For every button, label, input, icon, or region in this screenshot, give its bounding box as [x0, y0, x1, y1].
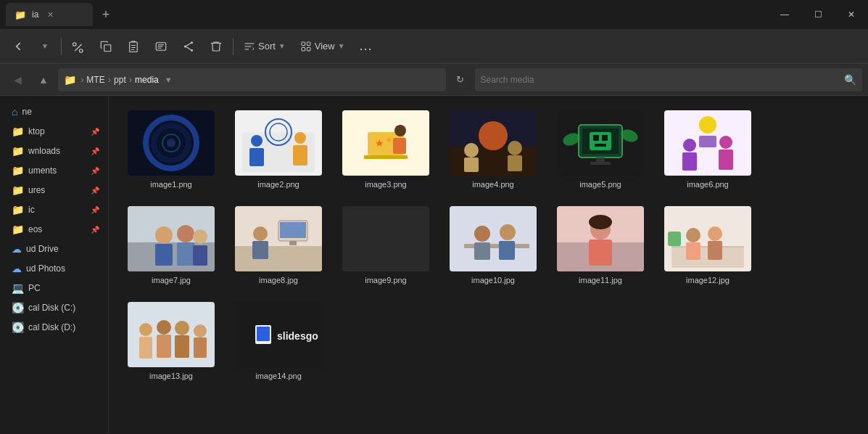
pin-icon: 📌 [91, 128, 99, 136]
view-button[interactable]: View ▼ [294, 33, 351, 60]
file-item[interactable]: image11.jpg [550, 200, 651, 290]
file-item[interactable]: image10.jpg [442, 200, 544, 290]
sidebar-item-cloud-drive[interactable]: ☁ ud Drive [3, 239, 105, 258]
maximize-button[interactable]: ☐ [801, 0, 835, 29]
pin-icon-dl: 📌 [91, 147, 99, 155]
svg-rect-1 [130, 42, 138, 52]
svg-rect-35 [464, 157, 479, 172]
back-nav-button[interactable]: ◀ [6, 68, 29, 91]
svg-point-89 [708, 226, 722, 241]
sidebar-item-this-pc[interactable]: 💻 PC [3, 279, 105, 298]
svg-point-5 [184, 45, 186, 47]
file-item[interactable]: image4.png [442, 105, 544, 195]
paste-button[interactable] [121, 33, 146, 60]
svg-rect-95 [157, 335, 171, 358]
file-item[interactable]: image5.png [550, 105, 651, 195]
search-box[interactable]: 🔍 [475, 68, 863, 91]
svg-rect-93 [139, 337, 152, 359]
sidebar-item-pictures[interactable]: 📁 ures 📌 [3, 181, 105, 200]
svg-rect-32 [450, 147, 537, 176]
svg-text:★: ★ [386, 136, 392, 144]
sidebar-item-drive-d[interactable]: 💽 cal Disk (D:) [3, 318, 105, 337]
file-item[interactable]: image1.png [120, 105, 222, 195]
copy-button[interactable] [94, 33, 118, 60]
svg-point-18 [251, 135, 263, 147]
folder-icon-vids: 📁 [12, 224, 24, 235]
svg-rect-65 [235, 246, 322, 271]
close-button[interactable]: ✕ [835, 0, 868, 29]
cut-button[interactable] [66, 33, 91, 60]
dropdown-button[interactable]: ▼ [33, 33, 57, 60]
search-input[interactable] [481, 75, 840, 85]
more-button[interactable]: ... [354, 33, 379, 60]
sidebar-item-desktop[interactable]: 📁 ktop 📌 [3, 122, 105, 141]
sidebar-item-label-pc: PC [28, 283, 41, 293]
sidebar-item-cloud-photos[interactable]: ☁ ud Photos [3, 259, 105, 278]
svg-point-76 [500, 224, 516, 240]
sidebar-item-drive-c[interactable]: 💽 cal Disk (C:) [3, 298, 105, 317]
sidebar-item-label-desktop: ktop [28, 126, 45, 136]
folder-icon-music: 📁 [12, 204, 24, 216]
svg-rect-54 [719, 150, 733, 170]
file-item[interactable]: image6.png [657, 105, 759, 195]
file-item[interactable]: image9.png [335, 200, 437, 290]
file-item[interactable]: image13.jpg [120, 296, 222, 386]
svg-rect-102 [257, 327, 270, 341]
sidebar-item-label-music: ic [28, 205, 35, 215]
svg-point-51 [683, 139, 696, 152]
file-item[interactable]: image2.png [228, 105, 329, 195]
file-name: image9.png [365, 276, 407, 284]
pin-icon-docs: 📌 [91, 167, 99, 175]
up-nav-button[interactable]: ▲ [32, 68, 55, 91]
breadcrumb-dropdown-icon[interactable]: ▼ [165, 75, 173, 84]
cloud-icon: ☁ [12, 243, 22, 255]
tab-close-button[interactable]: ✕ [44, 9, 57, 21]
minimize-button[interactable]: — [768, 0, 801, 29]
svg-point-60 [177, 225, 194, 242]
svg-point-98 [194, 324, 207, 337]
view-label: View [315, 41, 335, 52]
file-thumbnail: ★ ★ [342, 110, 429, 176]
sidebar-item-label-cloud-photos: ud Photos [26, 263, 65, 274]
refresh-button[interactable]: ↻ [449, 68, 472, 91]
sidebar-item-home[interactable]: ⌂ ne [3, 102, 105, 121]
file-thumbnail [128, 206, 215, 271]
breadcrumb-ppt[interactable]: ppt [114, 75, 126, 85]
sort-chevron-icon: ▼ [278, 42, 286, 50]
file-name: image7.jpg [152, 276, 191, 284]
sidebar-item-documents[interactable]: 📁 uments 📌 [3, 161, 105, 180]
svg-rect-37 [508, 155, 522, 171]
share-button[interactable] [176, 33, 201, 60]
file-item[interactable]: image8.jpg [228, 200, 329, 290]
file-item[interactable]: slidesgo image14.png [228, 296, 329, 386]
sidebar-item-label-videos: eos [28, 224, 42, 234]
current-tab[interactable]: 📁 ia ✕ [6, 3, 93, 26]
file-item[interactable]: image12.jpg [657, 200, 759, 290]
sidebar-item-music[interactable]: 📁 ic 📌 [3, 200, 105, 219]
sidebar-item-videos[interactable]: 📁 eos 📌 [3, 220, 105, 239]
svg-point-4 [191, 49, 193, 51]
delete-button[interactable] [204, 33, 228, 60]
new-tab-button[interactable]: + [96, 4, 116, 25]
svg-rect-52 [682, 152, 697, 171]
file-item[interactable]: image7.jpg [120, 200, 222, 290]
file-name: image3.png [365, 180, 407, 189]
breadcrumb[interactable]: 📁 › MTE › ppt › media ▼ [58, 68, 446, 91]
more-icon: ... [360, 38, 373, 54]
breadcrumb-media[interactable]: media [135, 75, 159, 85]
sidebar-item-label-home: ne [22, 107, 31, 117]
svg-rect-55 [699, 136, 716, 147]
svg-rect-8 [302, 47, 305, 51]
back-button[interactable] [6, 33, 30, 60]
sidebar-item-downloads[interactable]: 📁 wnloads 📌 [3, 142, 105, 160]
file-name: image13.jpg [149, 372, 193, 380]
svg-point-53 [719, 136, 732, 149]
view-chevron-icon: ▼ [338, 42, 345, 50]
main-area: ⌂ ne 📁 ktop 📌 📁 wnloads 📌 📁 uments 📌 📁 u… [0, 96, 868, 434]
svg-rect-42 [593, 135, 599, 141]
file-name: image2.png [257, 180, 299, 189]
rename-button[interactable] [149, 33, 173, 60]
file-item[interactable]: ★ ★ image3.png [335, 105, 437, 195]
sort-button[interactable]: Sort ▼ [238, 33, 292, 60]
breadcrumb-mte[interactable]: MTE [86, 75, 104, 85]
